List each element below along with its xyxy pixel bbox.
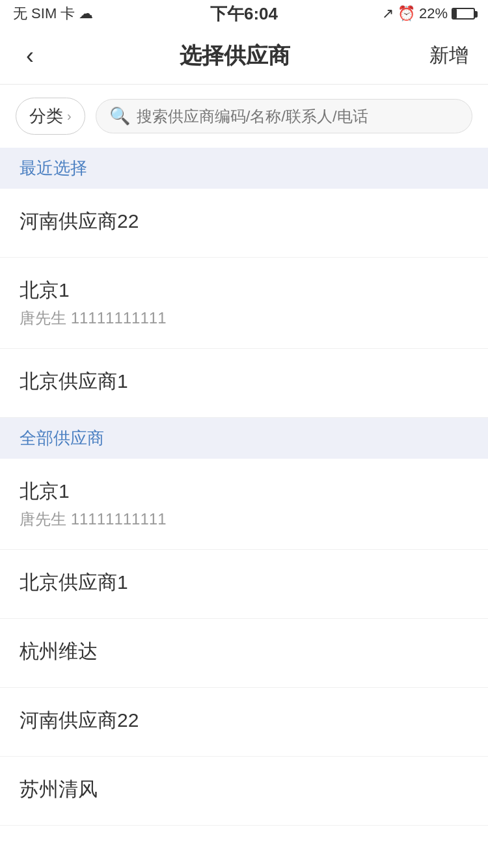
item-sub: 唐先生 11111111111: [20, 509, 468, 530]
item-name: 苏州清风: [20, 776, 468, 803]
item-name: 北京供应商1: [20, 569, 468, 596]
recent-list: 河南供应商22北京1唐先生 11111111111北京供应商1: [0, 189, 488, 418]
item-name: 河南供应商22: [20, 707, 468, 734]
list-item[interactable]: 北京供应商1: [0, 349, 488, 418]
search-input[interactable]: [137, 107, 459, 126]
battery-icon: [452, 8, 475, 20]
filter-bar: 分类 › 🔍: [0, 85, 488, 148]
category-label: 分类: [29, 105, 63, 128]
item-name: 北京1: [20, 478, 468, 505]
search-icon: 🔍: [109, 106, 130, 126]
list-item[interactable]: 北京供应商1: [0, 550, 488, 619]
item-name: 北京供应商1: [20, 368, 468, 395]
battery-label: 22%: [419, 5, 448, 22]
status-time: 下午6:04: [210, 3, 278, 25]
nav-bar: ‹ 选择供应商 新增: [0, 27, 488, 85]
status-right: ↗ ⏰ 22%: [382, 5, 475, 22]
item-name: 北京1: [20, 277, 468, 304]
status-bar: 无 SIM 卡 ☁ 下午6:04 ↗ ⏰ 22%: [0, 0, 488, 27]
item-name: 河南供应商22: [20, 208, 468, 235]
add-button[interactable]: 新增: [429, 42, 468, 69]
list-item[interactable]: 北京1唐先生 11111111111: [0, 459, 488, 550]
item-name: 杭州维达: [20, 638, 468, 665]
recent-section-header: 最近选择: [0, 148, 488, 189]
back-button[interactable]: ‹: [20, 36, 40, 76]
item-sub: 唐先生 11111111111: [20, 308, 468, 329]
alarm-icon: ⏰: [398, 5, 415, 22]
location-icon: ↗: [382, 5, 394, 22]
search-box[interactable]: 🔍: [96, 99, 472, 133]
list-item[interactable]: 河南供应商22: [0, 688, 488, 757]
list-item[interactable]: 苏州清风: [0, 757, 488, 826]
category-button[interactable]: 分类 ›: [16, 98, 85, 135]
list-item[interactable]: 杭州维达: [0, 619, 488, 688]
no-sim-label: 无 SIM 卡 ☁: [13, 4, 93, 23]
all-list: 北京1唐先生 11111111111北京供应商1杭州维达河南供应商22苏州清风: [0, 459, 488, 826]
list-item[interactable]: 河南供应商22: [0, 189, 488, 258]
status-left: 无 SIM 卡 ☁: [13, 4, 93, 23]
all-section-header: 全部供应商: [0, 418, 488, 459]
chevron-right-icon: ›: [67, 109, 72, 124]
page-title: 选择供应商: [180, 41, 290, 71]
list-item[interactable]: 北京1唐先生 11111111111: [0, 258, 488, 349]
